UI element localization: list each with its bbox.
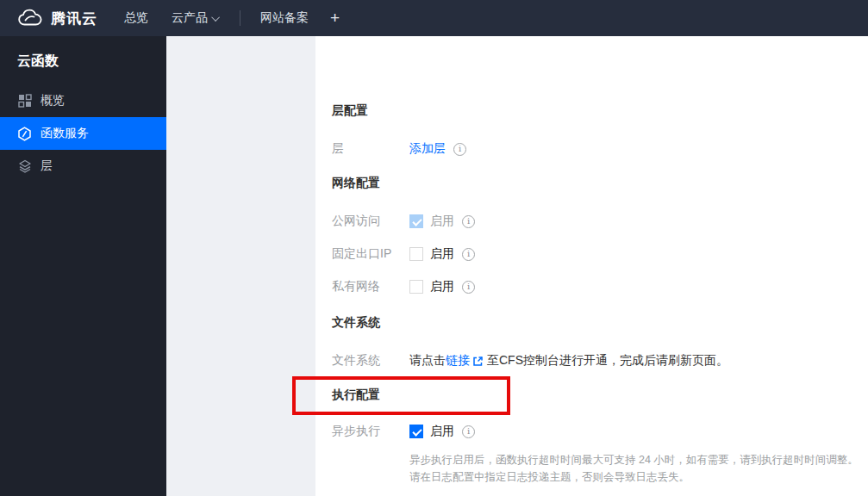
enable-label: 启用 [430,424,454,439]
cfs-console-link[interactable]: 链接 [446,353,470,369]
enable-label: 启用 [430,246,454,262]
chevron-down-icon [211,13,220,22]
section-title-filesystem: 文件系统 [332,313,868,331]
nav-overview[interactable]: 总览 [124,10,148,26]
layer-label: 层 [332,141,409,157]
nav-add-tab-button[interactable]: + [330,9,340,28]
async-execution-row: 异步执行 启用 i [332,423,868,440]
async-execution-label: 异步执行 [332,424,409,439]
brand-name: 腾讯云 [51,9,97,28]
top-nav-bar: 腾讯云 总览 云产品 网站备案 + [0,0,868,36]
external-link-icon[interactable] [472,356,484,367]
sidebar-title: 云函数 [0,36,166,84]
filesystem-row: 文件系统 请点击链接 至CFS控制台进行开通，完成后请刷新页面。 [332,352,868,369]
sidebar-item-layers[interactable]: 层 [0,150,166,183]
fixed-ip-label: 固定出口IP [332,246,409,262]
filesystem-hint: 请点击链接 至CFS控制台进行开通，完成后请刷新页面。 [409,353,728,369]
sidebar-item-label: 函数服务 [41,126,89,141]
layer-row: 层 添加层 i [332,140,868,158]
section-title-execution-config: 执行配置 [332,386,868,403]
helper-line-1: 异步执行启用后，函数执行超时时间最大可支持 24 小时，如有需要，请到执行超时时… [409,451,868,468]
info-icon[interactable]: i [453,143,466,156]
info-icon[interactable]: i [462,281,475,294]
secondary-panel [166,36,315,496]
info-icon[interactable]: i [462,215,475,228]
fixed-ip-row: 固定出口IP 启用 i [332,245,868,263]
sidebar: 云函数 概览 函数服务 层 [0,36,166,496]
add-layer-link[interactable]: 添加层 [409,141,446,157]
fixed-ip-checkbox[interactable] [409,247,423,261]
public-network-label: 公网访问 [332,214,409,229]
nav-cloud-products[interactable]: 云产品 [172,10,220,26]
sidebar-item-label: 层 [41,158,53,174]
section-title-network-config: 网络配置 [332,174,868,191]
filesystem-label: 文件系统 [332,353,409,369]
enable-label: 启用 [430,214,454,229]
function-service-icon [17,127,32,141]
private-network-label: 私有网络 [332,279,409,294]
sidebar-item-label: 概览 [41,93,65,108]
public-network-row: 公网访问 启用 i [332,213,868,230]
cloud-logo-icon [17,9,43,28]
info-icon[interactable]: i [462,248,475,261]
nav-website-beian[interactable]: 网站备案 [260,10,309,26]
async-execution-checkbox[interactable] [409,425,423,438]
private-network-row: 私有网络 启用 i [332,278,868,295]
grid-overview-icon [17,94,32,108]
main-content: 层配置 层 添加层 i 网络配置 公网访问 启用 i 固定出口IP 启用 i 私… [315,36,868,496]
sidebar-item-function-service[interactable]: 函数服务 [0,117,166,150]
helper-line-2: 请在日志配置中指定日志投递主题，否则会导致日志丢失。 [409,468,868,486]
layers-icon [17,159,32,174]
tencent-cloud-logo[interactable]: 腾讯云 [17,9,97,28]
async-execution-helper-text: 异步执行启用后，函数执行超时时间最大可支持 24 小时，如有需要，请到执行超时时… [332,451,868,486]
enable-label: 启用 [430,279,454,294]
sidebar-item-overview[interactable]: 概览 [0,84,166,117]
nav-divider [240,10,240,26]
private-network-checkbox[interactable] [409,280,423,294]
info-icon[interactable]: i [462,425,475,438]
section-title-layer-config: 层配置 [332,102,868,119]
public-network-checkbox[interactable] [409,214,423,228]
